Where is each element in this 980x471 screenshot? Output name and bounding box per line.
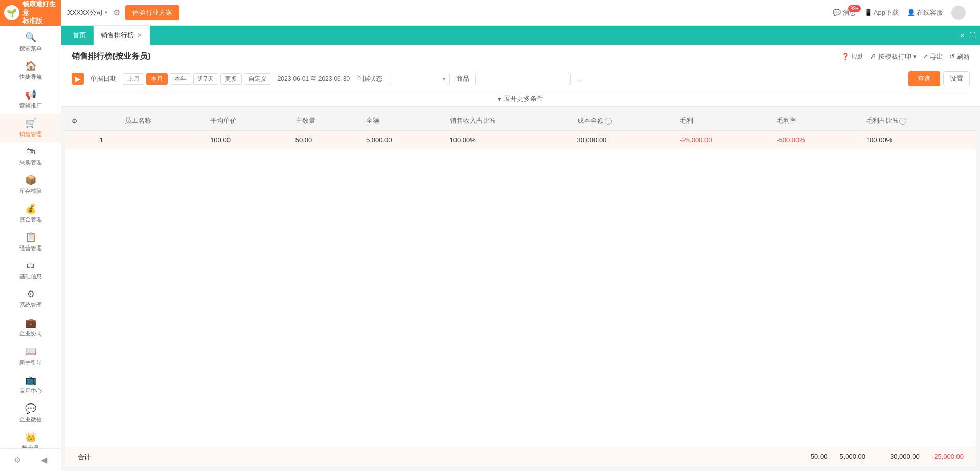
cell-0-0 bbox=[65, 131, 84, 149]
topbar-gear-icon[interactable]: ⚙ bbox=[113, 8, 120, 17]
sidebar-logo: 🌱 畅康通好生意 标准版 bbox=[0, 0, 61, 26]
more-filters-ellipsis[interactable]: ... bbox=[577, 75, 582, 83]
page-content: 销售排行榜(按业务员) ❓ 帮助 🖨 按模板打印 ▾ ↗ 导出 bbox=[61, 45, 980, 471]
sidebar-label-12: 应用中心 bbox=[19, 387, 42, 395]
cost-info-icon[interactable]: i bbox=[605, 118, 612, 125]
sidebar-label-7: 经营管理 bbox=[19, 244, 42, 252]
sidebar-icon-0: 🔍 bbox=[25, 32, 36, 43]
tab-sales-ranking[interactable]: 销售排行榜 ✕ bbox=[94, 26, 150, 45]
status-select-wrap bbox=[389, 73, 450, 85]
sidebar-label-9: 系统管理 bbox=[19, 301, 42, 309]
tab-sales-label: 销售排行榜 bbox=[101, 31, 134, 40]
status-filter-label: 单据状态 bbox=[356, 74, 382, 83]
col-rank bbox=[84, 111, 119, 131]
footer-amount: 5,000.00 bbox=[833, 453, 872, 462]
col-settings[interactable]: ⚙ bbox=[65, 111, 84, 131]
sidebar-item-7[interactable]: 📋 经营管理 bbox=[0, 228, 61, 256]
company-selector[interactable]: XXXXX公司 ▾ bbox=[67, 8, 108, 17]
service-icon: 👤 bbox=[907, 9, 915, 16]
sidebar-item-1[interactable]: 🏠 快捷导航 bbox=[0, 56, 61, 85]
sidebar-item-11[interactable]: 📖 新手引导 bbox=[0, 342, 61, 370]
tabbar-close-icon[interactable]: ✕ bbox=[960, 32, 965, 39]
company-arrow-icon: ▾ bbox=[105, 9, 108, 16]
sidebar-icon-4: 🛍 bbox=[26, 146, 35, 157]
tabbar-maximize-icon[interactable]: ⛶ bbox=[969, 32, 976, 39]
sidebar-item-8[interactable]: 🗂 基础信息 bbox=[0, 256, 61, 284]
gross-pct-info-icon[interactable]: i bbox=[899, 118, 906, 125]
filter-expand-btn[interactable]: ▶ bbox=[72, 73, 84, 85]
help-btn[interactable]: ❓ 帮助 bbox=[841, 52, 864, 61]
user-avatar[interactable] bbox=[951, 6, 966, 20]
sidebar-icon-2: 📢 bbox=[25, 89, 36, 100]
page-actions: ❓ 帮助 🖨 按模板打印 ▾ ↗ 导出 ↺ 刷新 bbox=[841, 52, 970, 61]
tabbar: 首页 销售排行榜 ✕ ✕ ⛶ bbox=[61, 26, 980, 45]
sidebar-icon-13: 💬 bbox=[25, 403, 36, 414]
last-month-btn[interactable]: 上月 bbox=[123, 73, 144, 85]
sidebar-item-12[interactable]: 📺 应用中心 bbox=[0, 370, 61, 399]
sidebar-item-9[interactable]: ⚙ 系统管理 bbox=[0, 284, 61, 313]
message-icon: 💬 bbox=[833, 9, 841, 16]
help-icon: ❓ bbox=[841, 53, 849, 60]
this-year-btn[interactable]: 本年 bbox=[170, 73, 191, 85]
custom-btn[interactable]: 自定义 bbox=[244, 73, 271, 85]
sidebar-icon-6: 💰 bbox=[25, 203, 36, 214]
col-cost: 成本全额i bbox=[571, 111, 674, 131]
sidebar-item-10[interactable]: 💼 企业协同 bbox=[0, 313, 61, 342]
sidebar-collapse-btn[interactable]: ◀ bbox=[39, 453, 49, 467]
table-area: ⚙ 员工名称 平均单价 主数量 全额 销售收入占比% 成本全额i 毛利 毛利率 … bbox=[65, 111, 976, 467]
sidebar-icon-8: 🗂 bbox=[26, 260, 35, 271]
sidebar-label-2: 营销推广 bbox=[19, 102, 42, 109]
sidebar-bottom: ⚙ ◀ bbox=[0, 448, 61, 471]
cell-0-5: 5,000.00 bbox=[360, 131, 444, 149]
export-btn[interactable]: ↗ 导出 bbox=[923, 52, 943, 61]
data-table: ⚙ 员工名称 平均单价 主数量 全额 销售收入占比% 成本全额i 毛利 毛利率 … bbox=[65, 111, 976, 149]
status-select[interactable] bbox=[389, 73, 450, 85]
footer-total-label: 合计 bbox=[72, 453, 97, 462]
sidebar-icon-7: 📋 bbox=[25, 232, 36, 243]
sidebar-nav: 🔍 搜索菜单 🏠 快捷导航 📢 营销推广 🛒 销售管理 🛍 采购管理 📦 库存核… bbox=[0, 26, 61, 448]
footer-spacer2 bbox=[872, 453, 884, 462]
footer-quantity: 50.00 bbox=[805, 453, 834, 462]
print-arrow-icon: ▾ bbox=[913, 53, 917, 60]
expand-more-btn[interactable]: ▾ 展开更多条件 bbox=[498, 94, 543, 103]
print-btn[interactable]: 🖨 按模板打印 ▾ bbox=[870, 52, 917, 61]
this-month-btn[interactable]: 本月 bbox=[146, 73, 168, 85]
col-avg-price: 平均单价 bbox=[204, 111, 289, 131]
sidebar-item-6[interactable]: 💰 资金管理 bbox=[0, 199, 61, 228]
online-service-btn[interactable]: 👤 在线客服 bbox=[907, 8, 943, 17]
goods-input[interactable] bbox=[475, 73, 571, 85]
sidebar-icon-11: 📖 bbox=[25, 346, 36, 357]
sidebar-item-5[interactable]: 📦 库存核算 bbox=[0, 170, 61, 199]
sidebar-label-14: 畅会员 bbox=[22, 444, 39, 448]
main-area: XXXXX公司 ▾ ⚙ 体验行业方案 💬 消息 99+ 📱 App下载 👤 在线… bbox=[61, 0, 980, 471]
sidebar-item-2[interactable]: 📢 营销推广 bbox=[0, 85, 61, 114]
cell-0-1: 1 bbox=[84, 131, 119, 149]
col-amount: 全额 bbox=[360, 111, 444, 131]
query-btn[interactable]: 查询 bbox=[908, 71, 940, 86]
sidebar-item-3[interactable]: 🛒 销售管理 bbox=[0, 114, 61, 142]
cell-0-9: -500.00% bbox=[770, 131, 860, 149]
refresh-btn[interactable]: ↺ 刷新 bbox=[949, 52, 970, 61]
last7-btn[interactable]: 近7天 bbox=[193, 73, 218, 85]
sidebar-item-14[interactable]: 👑 畅会员 bbox=[0, 428, 61, 448]
tab-home[interactable]: 首页 bbox=[65, 26, 94, 45]
sidebar-item-0[interactable]: 🔍 搜索菜单 bbox=[0, 28, 61, 56]
message-btn[interactable]: 💬 消息 99+ bbox=[833, 8, 856, 17]
sidebar-item-13[interactable]: 💬 企业微信 bbox=[0, 399, 61, 428]
refresh-icon: ↺ bbox=[949, 53, 955, 60]
sidebar-item-4[interactable]: 🛍 采购管理 bbox=[0, 142, 61, 170]
sidebar-label-1: 快捷导航 bbox=[19, 73, 42, 81]
sidebar-icon-3: 🛒 bbox=[25, 118, 36, 129]
col-name: 员工名称 bbox=[119, 111, 204, 131]
cell-0-8: -25,000.00 bbox=[674, 131, 770, 149]
sidebar-label-11: 新手引导 bbox=[19, 358, 42, 366]
more-btn[interactable]: 更多 bbox=[220, 73, 242, 85]
sidebar-icon-5: 📦 bbox=[25, 174, 36, 186]
sidebar-settings-btn[interactable]: ⚙ bbox=[12, 453, 23, 467]
app-download-btn[interactable]: 📱 App下载 bbox=[864, 8, 899, 17]
setting-btn[interactable]: 设置 bbox=[943, 71, 970, 86]
tab-close-icon[interactable]: ✕ bbox=[137, 32, 142, 38]
trial-btn[interactable]: 体验行业方案 bbox=[125, 5, 179, 20]
sidebar-icon-14: 👑 bbox=[25, 432, 36, 443]
sidebar-label-8: 基础信息 bbox=[19, 273, 42, 280]
